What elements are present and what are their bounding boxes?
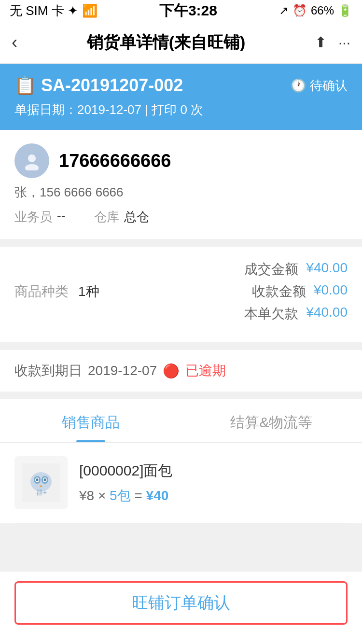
svg-text:群+: 群+ [36, 489, 47, 496]
overdue-icon: 🔴 [163, 363, 180, 379]
tabs-header: 销售商品 结算&物流等 [0, 399, 362, 443]
battery-icon: 🔋 [338, 4, 352, 17]
order-date: 单据日期：2019-12-07 | 打印 0 次 [14, 101, 348, 118]
share-icon[interactable]: ⬆ [315, 34, 327, 51]
owed-label: 本单欠款 [244, 305, 298, 323]
payment-row: 收款金额 ¥0.00 [252, 282, 348, 301]
location-icon: ↗ [279, 4, 289, 17]
warehouse-value: 总仓 [124, 209, 149, 225]
order-icon: 📋 [14, 75, 36, 96]
warehouse-item: 仓库 总仓 [94, 209, 149, 225]
svg-point-1 [25, 164, 39, 170]
price-text: ¥8 × [79, 488, 110, 503]
due-date-value: 2019-12-07 [88, 363, 157, 378]
nav-bar: ‹ 销货单详情(来自旺铺) ⬆ ··· [0, 21, 362, 64]
avatar [14, 143, 49, 178]
qty-text: 5包 [110, 488, 131, 503]
deal-amount-label: 成交金额 [244, 260, 298, 279]
status-left: 无 SIM 卡 ✦ 📶 [10, 2, 97, 19]
goods-type-value: 1种 [78, 282, 99, 301]
svg-point-0 [28, 154, 36, 162]
product-list: 群+ [0000002]面包 ¥8 × 5包 = ¥40 [0, 443, 362, 523]
deal-amount-value: ¥40.00 [306, 260, 348, 279]
due-date-row: 收款到期日 2019-12-07 🔴 已逾期 [14, 362, 348, 380]
product-image: 群+ [14, 456, 68, 509]
customer-meta: 业务员 -- 仓库 总仓 [14, 209, 348, 225]
alarm-icon: ⏰ [292, 4, 307, 17]
order-status-text: 待确认 [310, 77, 348, 94]
product-info: [0000002]面包 ¥8 × 5包 = ¥40 [79, 461, 348, 505]
svg-point-9 [44, 478, 46, 481]
battery-text: 66% [311, 4, 334, 17]
deal-amount-row: 成交金额 ¥40.00 [244, 260, 348, 279]
order-header-top: 📋 SA-20191207-002 🕐 待确认 [14, 75, 348, 96]
order-id: 📋 SA-20191207-002 [14, 75, 183, 96]
salesperson-item: 业务员 -- [14, 209, 65, 225]
amounts: 成交金额 ¥40.00 收款金额 ¥0.00 本单欠款 ¥40.00 [244, 260, 348, 323]
svg-point-8 [36, 478, 39, 481]
equals-text: = [131, 488, 146, 503]
owed-value: ¥40.00 [306, 305, 348, 323]
no-sim-text: 无 SIM 卡 ✦ [10, 2, 78, 19]
goods-type-label: 商品种类 [14, 282, 69, 301]
salesperson-label: 业务员 [14, 209, 52, 225]
status-right: ↗ ⏰ 66% 🔋 [279, 4, 352, 17]
confirm-order-button[interactable]: 旺铺订单确认 [14, 581, 348, 625]
page-title: 销货单详情(来自旺铺) [87, 31, 246, 54]
order-id-text: SA-20191207-002 [41, 75, 183, 96]
overdue-text: 已逾期 [185, 362, 226, 380]
more-icon[interactable]: ··· [338, 34, 350, 51]
nav-actions: ⬆ ··· [315, 34, 350, 51]
salesperson-value: -- [57, 209, 65, 225]
owed-row: 本单欠款 ¥40.00 [244, 305, 348, 323]
tab-sales-goods[interactable]: 销售商品 [0, 399, 181, 442]
warehouse-label: 仓库 [94, 209, 119, 225]
clock-icon: 🕐 [291, 78, 306, 93]
due-date-card: 收款到期日 2019-12-07 🔴 已逾期 [0, 350, 362, 392]
product-name: [0000002]面包 [79, 461, 348, 481]
bottom-button-area: 旺铺订单确认 [0, 572, 362, 644]
tabs-container: 销售商品 结算&物流等 群+ [0, 399, 362, 523]
summary-card: 商品种类 1种 成交金额 ¥40.00 收款金额 ¥0.00 本单欠款 ¥40.… [0, 247, 362, 342]
payment-label: 收款金额 [252, 282, 306, 301]
back-button[interactable]: ‹ [12, 32, 17, 53]
customer-top: 17666666666 [14, 143, 348, 178]
due-date-label: 收款到期日 [14, 362, 82, 380]
order-status: 🕐 待确认 [291, 77, 348, 94]
customer-card: 17666666666 张，156 6666 6666 业务员 -- 仓库 总仓 [0, 130, 362, 239]
payment-value: ¥0.00 [314, 282, 348, 301]
table-row: 群+ [0000002]面包 ¥8 × 5包 = ¥40 [14, 443, 348, 523]
goods-type: 商品种类 1种 [14, 282, 99, 301]
status-bar: 无 SIM 卡 ✦ 📶 下午3:28 ↗ ⏰ 66% 🔋 [0, 0, 362, 21]
summary-row: 商品种类 1种 成交金额 ¥40.00 收款金额 ¥0.00 本单欠款 ¥40.… [14, 260, 348, 323]
tab-settlement[interactable]: 结算&物流等 [181, 399, 362, 442]
product-price: ¥8 × 5包 = ¥40 [79, 487, 348, 505]
order-header: 📋 SA-20191207-002 🕐 待确认 单据日期：2019-12-07 … [0, 64, 362, 130]
customer-phone: 17666666666 [59, 151, 171, 171]
customer-name: 张，156 6666 6666 [14, 184, 348, 201]
wifi-icon: 📶 [82, 3, 97, 18]
total-price: ¥40 [146, 488, 169, 503]
status-time: 下午3:28 [159, 1, 217, 21]
